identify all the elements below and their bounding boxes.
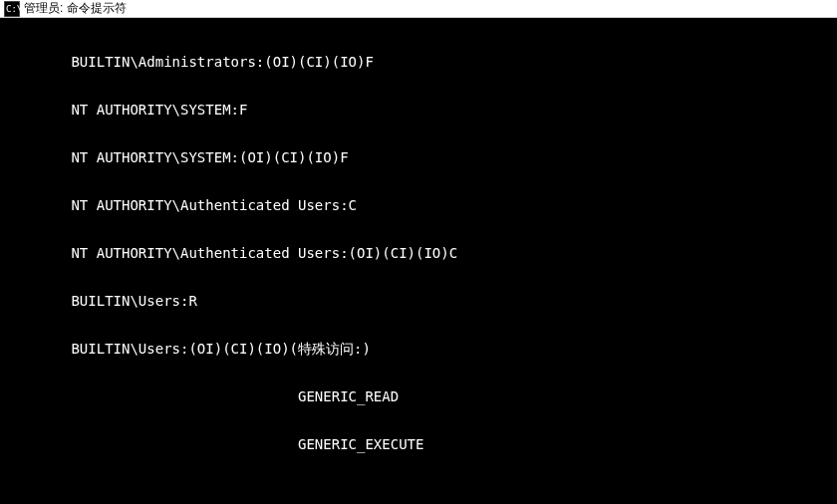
- output-line: BUILTIN\Users:(OI)(CI)(IO)(特殊访问:): [4, 341, 837, 357]
- output-line: NT AUTHORITY\SYSTEM:(OI)(CI)(IO)F: [4, 149, 837, 165]
- output-line: NT AUTHORITY\Authenticated Users:(OI)(CI…: [4, 245, 837, 261]
- output-line: BUILTIN\Administrators:(OI)(CI)(IO)F: [4, 54, 837, 70]
- command-prompt-window: C:\ 管理员: 命令提示符 BUILTIN\Administrators:(O…: [0, 0, 837, 504]
- output-line: GENERIC_READ: [4, 388, 837, 404]
- terminal-area[interactable]: BUILTIN\Administrators:(OI)(CI)(IO)F NT …: [0, 18, 837, 504]
- output-line: GENERIC_EXECUTE: [4, 436, 837, 452]
- svg-text:C:\: C:\: [6, 4, 20, 14]
- output-line: BUILTIN\Users:R: [4, 293, 837, 309]
- output-line: NT AUTHORITY\SYSTEM:F: [4, 102, 837, 118]
- cmd-icon: C:\: [4, 1, 20, 17]
- output-line: [4, 484, 837, 500]
- window-title: 管理员: 命令提示符: [24, 0, 127, 17]
- output-line: NT AUTHORITY\Authenticated Users:C: [4, 197, 837, 213]
- title-bar[interactable]: C:\ 管理员: 命令提示符: [0, 0, 837, 18]
